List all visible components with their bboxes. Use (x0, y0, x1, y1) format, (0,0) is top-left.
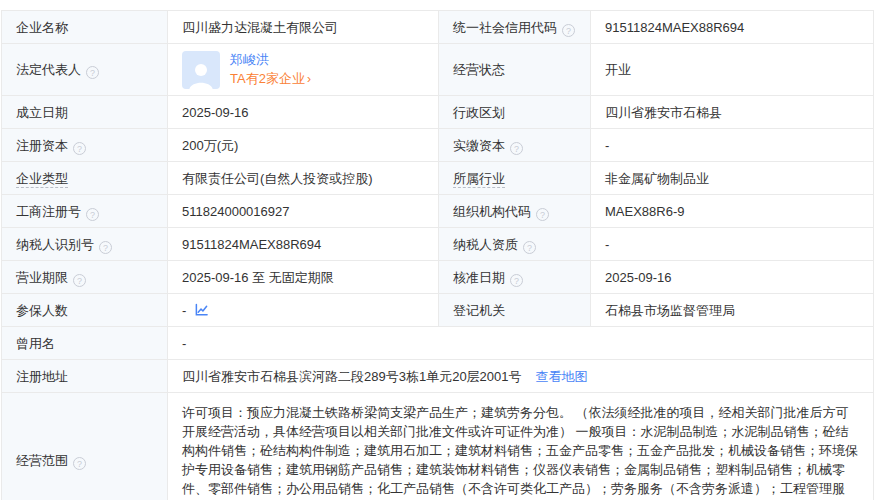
field-label-registry-authority: 登记机关 (439, 294, 591, 327)
field-label-status: 经营状态 (439, 44, 591, 96)
table-row: 法定代表人? 郑峻洪 TA有2家企业› 经营状态 开业 (2, 44, 874, 96)
help-icon[interactable]: ? (73, 457, 86, 470)
field-value-insured-count: - (168, 294, 439, 327)
field-value-paid-capital: - (591, 129, 874, 162)
field-value-credit-code: 91511824MAEX88R694 (591, 11, 874, 44)
help-icon[interactable]: ? (73, 142, 86, 155)
field-value-industry: 非金属矿物制品业 (591, 162, 874, 195)
field-value-reg-capital: 200万(元) (168, 129, 439, 162)
field-value-company-type: 有限责任公司(自然人投资或控股) (168, 162, 439, 195)
help-icon[interactable]: ? (73, 274, 86, 287)
field-value-company-name: 四川盛力达混凝土有限公司 (168, 11, 439, 44)
table-row: 营业期限? 2025-09-16 至 无固定期限 核准日期? 2025-09-1… (2, 261, 874, 294)
field-label-established: 成立日期 (2, 96, 168, 129)
field-label-business-term: 营业期限? (2, 261, 168, 294)
table-row: 纳税人识别号? 91511824MAEX88R694 纳税人资质? - (2, 228, 874, 261)
field-value-taxpayer-id: 91511824MAEX88R694 (168, 228, 439, 261)
table-row: 注册资本? 200万(元) 实缴资本? - (2, 129, 874, 162)
help-icon[interactable]: ? (536, 208, 549, 221)
field-label-industry: 所属行业 (439, 162, 591, 195)
chevron-right-icon: › (307, 72, 311, 86)
field-label-former-name: 曾用名 (2, 327, 168, 360)
field-value-business-scope: 许可项目：预应力混凝土铁路桥梁简支梁产品生产；建筑劳务分包。 （依法须经批准的项… (168, 393, 874, 500)
field-label-insured-count: 参保人数 (2, 294, 168, 327)
field-value-approval-date: 2025-09-16 (591, 261, 874, 294)
line-chart-icon[interactable] (194, 303, 209, 317)
field-label-business-scope: 经营范围? (2, 393, 168, 500)
table-row: 经营范围? 许可项目：预应力混凝土铁路桥梁简支梁产品生产；建筑劳务分包。 （依法… (2, 393, 874, 500)
help-icon[interactable]: ? (523, 241, 536, 254)
legal-rep-related-link[interactable]: TA有2家企业› (230, 69, 311, 89)
person-silhouette-icon (186, 59, 216, 89)
field-value-business-term: 2025-09-16 至 无固定期限 (168, 261, 439, 294)
business-info-table: 企业名称 四川盛力达混凝土有限公司 统一社会信用代码? 91511824MAEX… (1, 10, 874, 500)
field-label-company-name: 企业名称 (2, 11, 168, 44)
field-label-approval-date: 核准日期? (439, 261, 591, 294)
table-row: 工商注册号? 511824000016927 组织机构代码? MAEX88R6-… (2, 195, 874, 228)
field-label-company-type: 企业类型 (2, 162, 168, 195)
field-value-taxpayer-qualification: - (591, 228, 874, 261)
field-label-reg-number: 工商注册号? (2, 195, 168, 228)
help-icon[interactable]: ? (510, 142, 523, 155)
table-row: 参保人数 - 登记机关 石棉县市场监督管理局 (2, 294, 874, 327)
legal-rep-name-link[interactable]: 郑峻洪 (230, 50, 311, 69)
help-icon[interactable]: ? (86, 66, 99, 79)
field-label-paid-capital: 实缴资本? (439, 129, 591, 162)
help-icon[interactable]: ? (86, 208, 99, 221)
table-row: 企业名称 四川盛力达混凝土有限公司 统一社会信用代码? 91511824MAEX… (2, 11, 874, 44)
field-label-division: 行政区划 (439, 96, 591, 129)
help-icon[interactable]: ? (99, 241, 112, 254)
field-value-reg-address: 四川省雅安市石棉县滨河路二段289号3栋1单元20层2001号查看地图 (168, 360, 874, 393)
field-label-taxpayer-id: 纳税人识别号? (2, 228, 168, 261)
field-label-credit-code: 统一社会信用代码? (439, 11, 591, 44)
field-value-former-name: - (168, 327, 874, 360)
help-icon[interactable]: ? (562, 24, 575, 37)
field-label-legal-rep: 法定代表人? (2, 44, 168, 96)
table-row: 曾用名 - (2, 327, 874, 360)
table-row: 成立日期 2025-09-16 行政区划 四川省雅安市石棉县 (2, 96, 874, 129)
field-value-status: 开业 (591, 44, 874, 96)
field-value-division: 四川省雅安市石棉县 (591, 96, 874, 129)
field-label-reg-address: 注册地址 (2, 360, 168, 393)
field-value-legal-rep: 郑峻洪 TA有2家企业› (168, 44, 439, 96)
view-map-link[interactable]: 查看地图 (536, 369, 588, 384)
field-label-taxpayer-qualification: 纳税人资质? (439, 228, 591, 261)
help-icon[interactable]: ? (510, 274, 523, 287)
field-value-org-code: MAEX88R6-9 (591, 195, 874, 228)
field-label-reg-capital: 注册资本? (2, 129, 168, 162)
field-value-registry-authority: 石棉县市场监督管理局 (591, 294, 874, 327)
table-row: 企业类型 有限责任公司(自然人投资或控股) 所属行业 非金属矿物制品业 (2, 162, 874, 195)
field-label-org-code: 组织机构代码? (439, 195, 591, 228)
field-value-established: 2025-09-16 (168, 96, 439, 129)
table-row: 注册地址 四川省雅安市石棉县滨河路二段289号3栋1单元20层2001号查看地图 (2, 360, 874, 393)
legal-rep-avatar[interactable] (182, 51, 220, 89)
field-value-reg-number: 511824000016927 (168, 195, 439, 228)
